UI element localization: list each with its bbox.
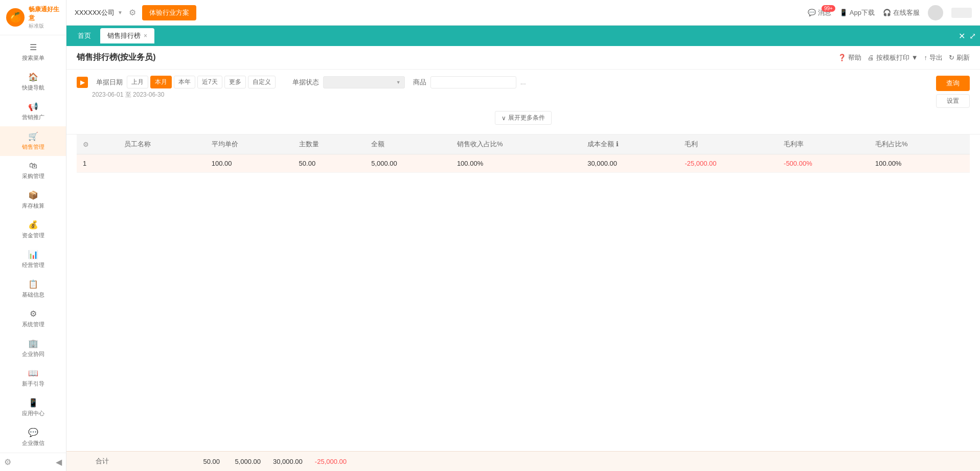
sidebar-item-marketing[interactable]: 📢营销推广: [0, 97, 66, 126]
footer-values: 50.00 5,000.00 30,000.00 -25,000.00: [185, 458, 964, 465]
logo-icon: 🍊: [6, 8, 25, 27]
col-cost-header: 成本全额 ℹ: [581, 134, 678, 154]
marketing-icon: 📢: [28, 102, 38, 111]
cell-profit-rate: -500.00%: [778, 154, 869, 173]
page-title: 销售排行榜(按业务员): [77, 52, 156, 63]
col-avg-price-header: 平均单价: [206, 134, 293, 154]
col-sales-pct-header: 销售收入占比%: [451, 134, 581, 154]
trial-button[interactable]: 体验行业方案: [142, 5, 196, 20]
goods-input[interactable]: [430, 76, 516, 88]
filter-expand-arrow[interactable]: ▶: [77, 77, 88, 88]
goods-label: 商品: [413, 78, 426, 87]
sidebar-item-purchase[interactable]: 🛍采购管理: [0, 156, 66, 185]
sidebar-settings-icon[interactable]: ⚙: [4, 457, 11, 467]
date-range-display: 2023-06-01 至 2023-06-30: [77, 91, 526, 99]
col-profit-header: 毛利: [678, 134, 778, 154]
table-area: ⚙ 员工名称 平均单价 主数量 全额 销售收入占比% 成本全额 ℹ 毛利 毛利率…: [66, 134, 980, 451]
expand-more-button[interactable]: ∨ 展开更多条件: [495, 111, 552, 125]
user-avatar[interactable]: [928, 5, 943, 20]
topbar-settings-icon[interactable]: ⚙: [129, 8, 136, 17]
sidebar-item-appstore[interactable]: 📱应用中心: [0, 393, 66, 422]
col-settings-header: ⚙: [77, 134, 118, 154]
status-label: 单据状态: [292, 78, 319, 87]
sidebar-item-inventory[interactable]: 📦库存核算: [0, 185, 66, 215]
sidebar-item-quick-nav[interactable]: 🏠快捷导航: [0, 67, 66, 97]
col-settings-icon[interactable]: ⚙: [83, 141, 89, 148]
sidebar-label-basics: 基础信息: [22, 291, 44, 299]
sidebar-label-search: 搜索菜单: [22, 54, 44, 62]
filter-area: ▶ 单据日期 上月本月本年近7天更多自定义 单据状态: [66, 70, 980, 134]
sidebar-label-operations: 经营管理: [22, 261, 44, 269]
cell-name: [118, 154, 206, 173]
status-select[interactable]: [323, 76, 405, 88]
footer-quantity: 50.00: [185, 458, 226, 465]
appstore-icon: 📱: [28, 398, 38, 408]
logo-subtitle: 标准版: [29, 23, 60, 30]
footer-profit: -25,000.00: [309, 458, 353, 465]
tab-close-icon[interactable]: ×: [144, 32, 147, 39]
page-header: 销售排行榜(按业务员) ❓ 帮助 🖨 按模板打印 ▼ ↑ 导出: [66, 46, 980, 70]
headset-icon: 🎧: [883, 9, 891, 16]
window-close-icon[interactable]: ✕: [959, 31, 965, 41]
sidebar-nav: ☰搜索菜单🏠快捷导航📢营销推广🛒销售管理🛍采购管理📦库存核算💰资金管理📊经营管理…: [0, 35, 66, 453]
tab-sales-ranking[interactable]: 销售排行榜 ×: [100, 28, 154, 43]
table-row: 1 100.00 50.00 5,000.00 100.00% 30,000.0…: [77, 154, 970, 173]
operations-icon: 📊: [28, 250, 38, 259]
cell-sales-pct: 100.00%: [451, 154, 581, 173]
sidebar-item-operations[interactable]: 📊经营管理: [0, 244, 66, 274]
sidebar-item-sales[interactable]: 🛒销售管理: [0, 126, 66, 156]
goods-more-icon[interactable]: ...: [520, 78, 526, 86]
export-button[interactable]: ↑ 导出: [924, 53, 943, 62]
sidebar-collapse-icon[interactable]: ◀: [56, 457, 62, 467]
company-arrow-icon: ▼: [118, 10, 123, 15]
sidebar-item-search[interactable]: ☰搜索菜单: [0, 37, 66, 67]
message-icon: 💬: [808, 9, 816, 16]
cell-amount: 5,000.00: [365, 154, 451, 173]
sidebar-item-finance[interactable]: 💰资金管理: [0, 215, 66, 244]
help-button[interactable]: ❓ 帮助: [838, 53, 861, 62]
refresh-button[interactable]: ↻ 刷新: [949, 53, 970, 62]
date-btn-自定义[interactable]: 自定义: [248, 76, 276, 88]
sidebar-item-wechat[interactable]: 💬企业微信: [0, 422, 66, 452]
date-btn-上月[interactable]: 上月: [127, 76, 148, 88]
window-maximize-icon[interactable]: ⤢: [969, 31, 976, 41]
sidebar-item-system[interactable]: ⚙系统管理: [0, 304, 66, 333]
sidebar-label-wechat: 企业微信: [22, 439, 44, 447]
query-button[interactable]: 查询: [936, 76, 970, 91]
page-actions: ❓ 帮助 🖨 按模板打印 ▼ ↑ 导出 ↻ 刷新: [838, 53, 970, 62]
date-buttons: 上月本月本年近7天更多自定义: [127, 76, 276, 88]
sidebar-label-purchase: 采购管理: [22, 172, 44, 180]
sidebar-label-quick-nav: 快捷导航: [22, 84, 44, 92]
date-btn-更多[interactable]: 更多: [224, 76, 246, 88]
cell-rank: 1: [77, 154, 118, 173]
filter-right-actions: 查询 设置: [936, 76, 970, 108]
date-btn-本年[interactable]: 本年: [174, 76, 195, 88]
filter-settings-button[interactable]: 设置: [936, 94, 970, 108]
sidebar-item-basics[interactable]: 📋基础信息: [0, 274, 66, 304]
online-service-button[interactable]: 🎧 在线客服: [883, 8, 920, 17]
date-btn-本月[interactable]: 本月: [150, 76, 172, 88]
sidebar-label-marketing: 营销推广: [22, 114, 44, 121]
filter-expand-row: ∨ 展开更多条件: [77, 108, 970, 128]
sidebar-item-guide[interactable]: 📖新手引导: [0, 363, 66, 393]
cell-profit-pct: 100.00%: [869, 154, 970, 173]
app-download-button[interactable]: 📱 App下载: [839, 8, 875, 17]
topbar-right: 💬 消息 99+ 📱 App下载 🎧 在线客服: [808, 5, 972, 20]
col-quantity-header: 主数量: [293, 134, 366, 154]
footer-label: 合计: [83, 457, 185, 466]
template-print-button[interactable]: 🖨 按模板打印 ▼: [868, 53, 918, 62]
company-name: XXXXXX公司: [75, 8, 115, 17]
filter-goods: 商品 ...: [413, 76, 526, 88]
enterprise-icon: 🏢: [28, 339, 38, 348]
sidebar-label-enterprise: 企业协同: [22, 350, 44, 358]
date-btn-近7天[interactable]: 近7天: [197, 76, 222, 88]
print-icon: 🖨: [868, 54, 874, 61]
system-icon: ⚙: [30, 309, 37, 319]
expand-down-icon: ∨: [502, 115, 506, 122]
tab-home[interactable]: 首页: [71, 28, 98, 43]
message-button[interactable]: 💬 消息 99+: [808, 8, 831, 17]
company-selector[interactable]: XXXXXX公司 ▼: [75, 8, 123, 17]
sidebar-item-enterprise[interactable]: 🏢企业协同: [0, 333, 66, 363]
sidebar: 🍊 畅康通好生意 标准版 ☰搜索菜单🏠快捷导航📢营销推广🛒销售管理🛍采购管理📦库…: [0, 0, 66, 471]
tabbar: 首页 销售排行榜 × ✕ ⤢: [66, 26, 980, 46]
